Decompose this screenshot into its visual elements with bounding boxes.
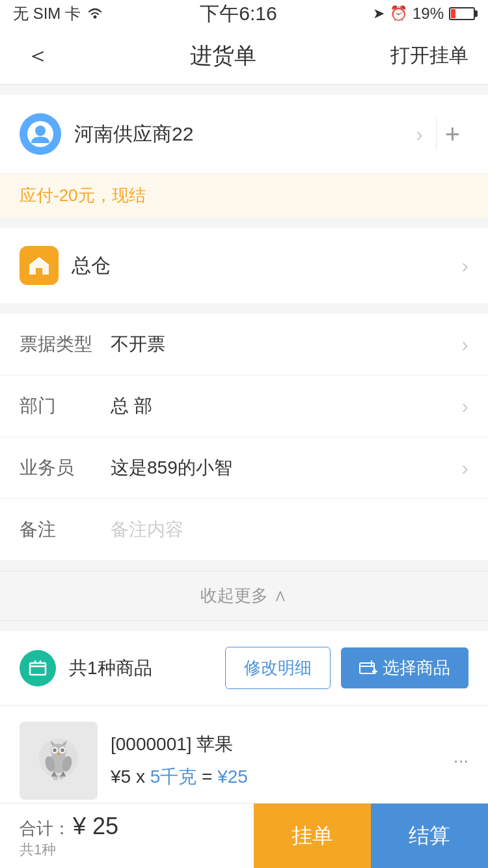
alarm-icon: ⏰	[390, 5, 407, 22]
select-product-label: 选择商品	[383, 657, 450, 679]
product-icon	[20, 650, 56, 686]
avatar-inner	[27, 121, 53, 147]
select-product-button[interactable]: 选择商品	[341, 647, 468, 688]
svg-rect-2	[36, 268, 42, 275]
nav-bar: ＜ 进货单 打开挂单	[0, 27, 488, 85]
divider	[0, 85, 488, 95]
total-label: 合计：	[20, 817, 70, 840]
owl-icon: 督牛	[36, 735, 81, 787]
warehouse-section[interactable]: 总仓 ›	[0, 228, 488, 303]
department-chevron-icon: ›	[461, 394, 468, 418]
open-hang-button[interactable]: 打开挂单	[390, 42, 468, 69]
carrier-text: 无 SIM 卡	[13, 3, 81, 24]
salesman-label: 业务员	[20, 455, 111, 480]
product-count: 共1种商品	[69, 656, 225, 681]
invoice-type-row[interactable]: 票据类型 不开票 ›	[0, 314, 488, 375]
status-bar: 无 SIM 卡 下午6:16 ➤ ⏰ 19%	[0, 0, 488, 27]
supplier-row[interactable]: 河南供应商22 › +	[0, 95, 488, 174]
notice-bar: 应付-20元，现结	[0, 174, 488, 217]
supplier-actions: › +	[416, 118, 468, 150]
collapse-bar[interactable]: 收起更多 ∧	[0, 571, 488, 621]
svg-point-1	[35, 126, 46, 136]
svg-text:督牛: 督牛	[53, 774, 64, 781]
svg-point-13	[61, 748, 64, 752]
edit-detail-button[interactable]: 修改明细	[225, 647, 331, 689]
product-item: 督牛 [0000001] 苹果 ¥5 x 5千克 = ¥25 ···	[0, 706, 488, 815]
invoice-type-value: 不开票	[111, 332, 461, 357]
remark-label: 备注	[20, 517, 111, 542]
remark-input[interactable]: 备注内容	[111, 517, 468, 542]
bottom-total: 合计： ¥ 25 共1种	[0, 804, 254, 868]
product-name: [0000001] 苹果	[111, 732, 441, 757]
warehouse-chevron-icon: ›	[461, 254, 468, 278]
department-row[interactable]: 部门 总 部 ›	[0, 375, 488, 437]
hang-button[interactable]: 挂单	[254, 804, 371, 868]
bottom-bar: 合计： ¥ 25 共1种 挂单 结算	[0, 803, 488, 868]
product-price-row: ¥5 x 5千克 = ¥25	[111, 765, 441, 789]
status-bar-left: 无 SIM 卡	[13, 3, 104, 24]
location-icon: ➤	[373, 5, 385, 22]
salesman-row[interactable]: 业务员 这是859的小智 ›	[0, 437, 488, 499]
supplier-avatar	[20, 113, 61, 155]
equals: =	[202, 766, 217, 787]
svg-rect-3	[30, 663, 46, 675]
product-code: [0000001]	[111, 734, 197, 754]
department-value: 总 部	[111, 394, 461, 418]
product-title: 苹果	[197, 734, 233, 754]
status-bar-time: 下午6:16	[200, 1, 277, 27]
back-button[interactable]: ＜	[20, 33, 56, 78]
status-bar-right: ➤ ⏰ 19%	[373, 5, 475, 23]
total-count: 共1种	[20, 840, 234, 860]
invoice-type-chevron-icon: ›	[461, 332, 468, 357]
svg-point-12	[53, 748, 57, 752]
product-header: 共1种商品 修改明细 选择商品	[0, 631, 488, 705]
settle-button[interactable]: 结算	[371, 804, 488, 868]
supplier-section: 河南供应商22 › + 应付-20元，现结	[0, 95, 488, 217]
product-info: [0000001] 苹果 ¥5 x 5千克 = ¥25	[111, 732, 441, 789]
svg-point-0	[94, 16, 97, 19]
battery-icon	[449, 7, 475, 20]
warehouse-name: 总仓	[72, 252, 461, 279]
invoice-type-label: 票据类型	[20, 332, 111, 357]
product-more-button[interactable]: ···	[454, 750, 468, 771]
warehouse-icon	[20, 246, 59, 285]
product-thumbnail: 督牛	[20, 722, 98, 800]
collapse-label: 收起更多 ∧	[200, 586, 287, 605]
quantity: 5千克	[150, 766, 197, 787]
notice-text: 应付-20元，现结	[20, 185, 146, 205]
form-section: 票据类型 不开票 › 部门 总 部 › 业务员 这是859的小智 › 备注 备注…	[0, 314, 488, 560]
warehouse-row[interactable]: 总仓 ›	[0, 228, 488, 303]
department-label: 部门	[20, 394, 111, 418]
remark-row[interactable]: 备注 备注内容	[0, 499, 488, 560]
unit-price: ¥5 x	[111, 766, 150, 787]
add-supplier-button[interactable]: +	[436, 118, 468, 150]
salesman-chevron-icon: ›	[461, 456, 468, 480]
battery-percent: 19%	[413, 5, 444, 23]
page-title: 进货单	[190, 41, 256, 71]
total-amount: ¥ 25	[73, 813, 118, 840]
supplier-chevron-icon: ›	[416, 122, 423, 146]
line-total: ¥25	[217, 766, 248, 787]
supplier-name: 河南供应商22	[74, 121, 416, 148]
salesman-value: 这是859的小智	[111, 455, 461, 480]
wifi-icon	[86, 5, 104, 23]
